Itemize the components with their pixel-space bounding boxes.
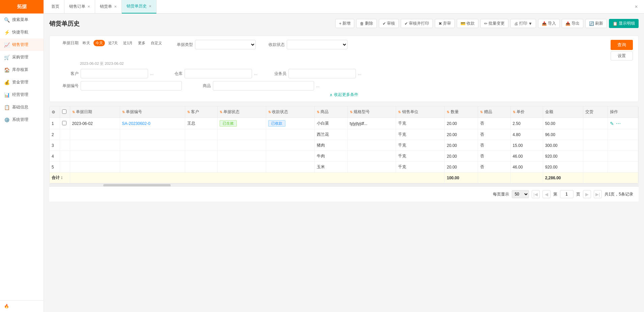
delete-button[interactable]: 🗑 删除 [356, 19, 377, 28]
goods-label: 商品 [187, 83, 211, 89]
sidebar-item-basic-info[interactable]: 📋 基础信息 [0, 101, 44, 113]
row-action [608, 151, 638, 162]
row-action [608, 140, 638, 151]
sidebar-item-purchase-mgmt[interactable]: 🛒 采购管理 [0, 51, 44, 63]
payment-status-select[interactable] [287, 40, 347, 49]
tab-sales-goods[interactable]: 销货单 ✕ [95, 0, 122, 14]
date-tag-more[interactable]: 更多 [136, 40, 147, 46]
doc-no-input[interactable] [81, 81, 182, 90]
goods-input[interactable] [213, 81, 314, 90]
basic-info-icon: 📋 [4, 105, 9, 110]
th-unit[interactable]: ⇅ 销售单位 [396, 106, 445, 118]
row-checkbox[interactable] [60, 129, 70, 140]
new-button[interactable]: + 新增 [335, 19, 354, 28]
th-gear[interactable]: ⚙ [50, 106, 60, 118]
sidebar-bottom-fire[interactable]: 🔥 [0, 301, 44, 312]
horizontal-scrollbar[interactable] [49, 184, 639, 186]
th-payment-status[interactable]: ⇅ 收款状态 [266, 106, 314, 118]
summary-end [583, 173, 638, 183]
show-detail-button[interactable]: 📋 显示明细 [609, 19, 639, 28]
th-price[interactable]: ⇅ 单价 [510, 106, 543, 118]
row-checkbox[interactable] [60, 140, 70, 151]
th-customer[interactable]: ⇅ 客户 [185, 106, 217, 118]
sidebar-item-quick-nav[interactable]: ⚡ 快捷导航 [0, 26, 44, 38]
row-checkbox[interactable] [60, 162, 70, 173]
th-gift[interactable]: ⇅ 赠品 [478, 106, 510, 118]
edit-icon[interactable]: ✎ [610, 121, 614, 126]
sidebar-item-label-system: 系统管理 [12, 117, 28, 123]
row-gift: 否 [478, 151, 510, 162]
sidebar-item-search-menu[interactable]: 🔍 搜索菜单 [0, 14, 44, 26]
page-number-input[interactable] [560, 190, 573, 198]
select-all-checkbox[interactable] [62, 109, 66, 114]
tab-sales-history[interactable]: 销货单历史 ✕ [122, 0, 157, 14]
refresh-button[interactable]: 🔄 刷新 [585, 19, 607, 28]
row-checkbox[interactable] [60, 118, 70, 129]
customer-input[interactable] [81, 69, 148, 78]
batch-change-button[interactable]: ✏ 批量变更 [480, 19, 508, 28]
abandon-button[interactable]: ✖ 弃审 [435, 19, 455, 28]
row-select-checkbox[interactable] [62, 121, 66, 125]
sidebar-item-operations[interactable]: 📊 经营管理 [0, 88, 44, 101]
date-tag-yesterday[interactable]: 昨天 [81, 40, 92, 46]
th-spec[interactable]: ⇅ 规格型号 [347, 106, 396, 118]
data-table: ⚙ ⇅ 单据日期 ⇅ 单据编号 ⇅ 客户 ⇅ 单据状态 ⇅ 收款状态 ⇅ 商品 … [49, 106, 639, 184]
next-page-button[interactable]: ▶ [583, 190, 591, 198]
row-amount: 920.00 [543, 162, 583, 173]
export-button[interactable]: 📤 导出 [562, 19, 583, 28]
sidebar-item-sales-mgmt[interactable]: 📈 销售管理 [0, 38, 44, 51]
th-qty[interactable]: ⇅ 数量 [445, 106, 478, 118]
last-page-button[interactable]: ▶| [594, 190, 602, 198]
doc-no-link[interactable]: SA-20230602-0 [122, 121, 150, 126]
print-label: 打印 [519, 21, 527, 26]
goods-ellipsis[interactable]: ... [316, 83, 319, 88]
import-button[interactable]: 📥 导入 [538, 19, 560, 28]
set-button[interactable]: 设置 [611, 51, 633, 60]
row-doc-date: 2023-06-02 [70, 118, 120, 129]
sidebar-item-finance[interactable]: 💰 资金管理 [0, 76, 44, 88]
print-button[interactable]: 🖨 打印 ▼ [510, 19, 536, 28]
purchase-mgmt-icon: 🛒 [4, 55, 9, 60]
date-tag-custom[interactable]: 自定义 [149, 40, 164, 46]
staff-ellipsis[interactable]: ... [358, 71, 361, 76]
more-icon[interactable]: ⋯ [616, 121, 621, 126]
tab-home[interactable]: 首页 [47, 0, 64, 14]
collect-button[interactable]: 💳 收款 [457, 19, 478, 28]
date-tag-7days[interactable]: 近7天 [106, 40, 120, 46]
row-price: 2.50 [510, 118, 543, 129]
row-checkbox[interactable] [60, 151, 70, 162]
collapse-button[interactable]: ∧ 收起更多条件 [55, 92, 633, 98]
per-page-select[interactable]: 50 20 100 [512, 190, 529, 198]
warehouse-input[interactable] [185, 69, 252, 78]
customer-label: 客户 [55, 71, 79, 77]
th-goods[interactable]: ⇅ 商品 [314, 106, 347, 118]
th-doc-no[interactable]: ⇅ 单据编号 [120, 106, 185, 118]
row-doc-status [218, 162, 266, 173]
sidebar-item-system[interactable]: ⚙️ 系统管理 [0, 113, 44, 126]
staff-input[interactable] [288, 69, 356, 78]
query-button[interactable]: 查询 [611, 40, 633, 50]
delete-icon: 🗑 [360, 21, 364, 26]
date-tag-1month[interactable]: 近1月 [121, 40, 135, 46]
date-tag-today[interactable]: 今天 [93, 40, 105, 46]
tab-sales-history-close[interactable]: ✕ [149, 4, 151, 8]
tab-bar-close-all[interactable]: ✕ [631, 4, 641, 9]
date-label: 单据日期 [55, 40, 79, 46]
first-page-button[interactable]: |◀ [532, 190, 540, 198]
new-label: 新增 [342, 21, 351, 26]
tab-sales-order-close[interactable]: ✕ [87, 5, 90, 8]
prev-page-button[interactable]: ◀ [542, 190, 551, 198]
customer-ellipsis[interactable]: ... [150, 71, 153, 76]
tab-sales-goods-close[interactable]: ✕ [114, 5, 117, 8]
tab-sales-order[interactable]: 销售订单 ✕ [64, 0, 95, 14]
row-transaction [583, 151, 608, 162]
sidebar-item-inventory[interactable]: 🏠 库存核算 [0, 63, 44, 76]
approve-print-button[interactable]: ✔ 审核并打印 [401, 19, 433, 28]
approve-button[interactable]: ✔ 审核 [379, 19, 399, 28]
doc-type-select[interactable] [195, 40, 256, 49]
th-doc-date[interactable]: ⇅ 单据日期 [70, 106, 120, 118]
collect-icon: 💳 [460, 21, 466, 26]
th-doc-status[interactable]: ⇅ 单据状态 [218, 106, 266, 118]
warehouse-ellipsis[interactable]: ... [254, 71, 257, 76]
row-customer: 王总 [185, 118, 217, 129]
